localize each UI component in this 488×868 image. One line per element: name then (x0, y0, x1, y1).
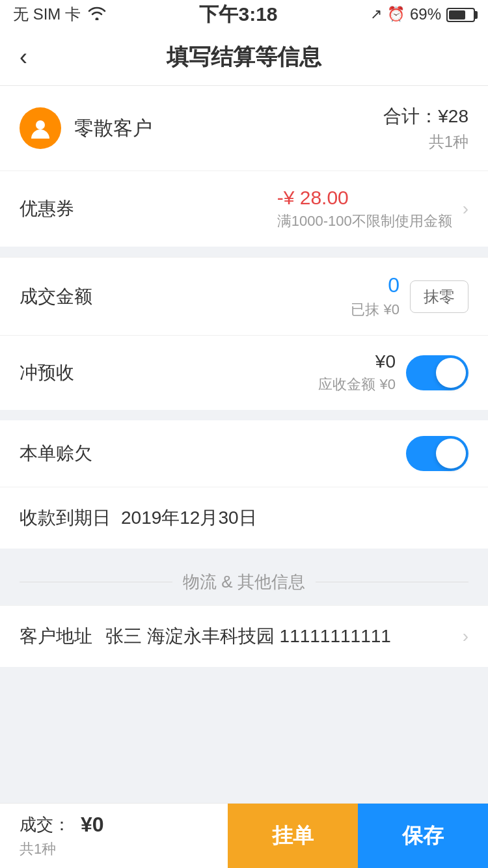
due-date-value: 2019年12月30日 (121, 506, 257, 530)
coupon-value-block: -¥ 28.00 满1000-100不限制使用金额 (277, 187, 452, 231)
page-title: 填写结算等信息 (167, 42, 321, 72)
bottom-info: 成交： ¥0 共1种 (0, 804, 228, 868)
coupon-row[interactable]: 优惠券 -¥ 28.00 满1000-100不限制使用金额 › (0, 170, 488, 247)
due-date-label: 收款到期日 (20, 506, 111, 530)
credit-label: 本单赊欠 (20, 441, 92, 466)
nav-bar: ‹ 填写结算等信息 (0, 29, 488, 86)
prepayment-toggle[interactable] (406, 355, 468, 390)
status-right: ↗ ⏰ 69% (370, 5, 475, 23)
battery-percent: 69% (410, 5, 441, 23)
deal-amount-rounded: 已抹 ¥0 (351, 300, 400, 319)
customer-count: 共1种 (383, 131, 468, 152)
credit-right (406, 436, 468, 471)
prepayment-receivable: 应收金额 ¥0 (318, 375, 396, 394)
coupon-chevron-icon: › (463, 198, 468, 219)
battery-icon (446, 5, 475, 23)
prepayment-row: 冲预收 ¥0 应收金额 ¥0 (0, 335, 488, 410)
status-time: 下午3:18 (199, 1, 277, 28)
coupon-right: -¥ 28.00 满1000-100不限制使用金额 › (277, 187, 468, 231)
no-sim-text: 无 SIM 卡 (13, 4, 81, 25)
coupon-condition: 满1000-100不限制使用金额 (277, 211, 452, 231)
alarm-icon: ⏰ (387, 6, 405, 23)
bottom-deal-row: 成交： ¥0 (20, 813, 208, 837)
coupon-label: 优惠券 (20, 197, 74, 221)
deal-amount-row: 成交金额 0 已抹 ¥0 抹零 (0, 257, 488, 335)
svg-point-0 (36, 120, 45, 129)
logistics-section-header: 物流 & 其他信息 (0, 559, 488, 605)
deal-amount-label: 成交金额 (20, 284, 92, 309)
deal-amount-value-block: 0 已抹 ¥0 (351, 273, 400, 319)
deal-amount-right: 0 已抹 ¥0 抹零 (351, 273, 468, 319)
main-content: 零散客户 合计：¥28 共1种 优惠券 -¥ 28.00 满1000-100不限… (0, 86, 488, 755)
rounding-button[interactable]: 抹零 (410, 280, 468, 313)
toggle-knob (436, 358, 466, 388)
address-row[interactable]: 客户地址 张三 海淀永丰科技园 11111111111 › (0, 605, 488, 667)
deal-amount-value: 0 (351, 273, 400, 297)
customer-total: 合计：¥28 (383, 104, 468, 129)
credit-card: 本单赊欠 收款到期日 2019年12月30日 (0, 420, 488, 549)
bottom-count: 共1种 (20, 839, 208, 859)
customer-left: 零散客户 (20, 107, 152, 149)
avatar (20, 107, 61, 149)
coupon-discount: -¥ 28.00 (277, 187, 452, 209)
transaction-card: 成交金额 0 已抹 ¥0 抹零 冲预收 ¥0 应收金额 ¥0 (0, 257, 488, 410)
customer-name: 零散客户 (74, 115, 152, 142)
bottom-bar: 成交： ¥0 共1种 挂单 保存 (0, 803, 488, 868)
customer-summary: 合计：¥28 共1种 (383, 104, 468, 152)
credit-row: 本单赊欠 (0, 420, 488, 487)
status-left: 无 SIM 卡 (13, 4, 107, 25)
bottom-deal-amount: ¥0 (81, 813, 104, 837)
wifi-icon (87, 5, 107, 25)
prepayment-label: 冲预收 (20, 360, 74, 385)
address-card[interactable]: 客户地址 张三 海淀永丰科技园 11111111111 › (0, 605, 488, 667)
bottom-deal-label: 成交： (20, 813, 70, 836)
prepayment-value-block: ¥0 应收金额 ¥0 (318, 351, 396, 394)
credit-toggle-knob (436, 439, 466, 468)
back-button[interactable]: ‹ (20, 44, 27, 71)
prepayment-right: ¥0 应收金额 ¥0 (318, 351, 468, 394)
address-value: 张三 海淀永丰科技园 11111111111 (105, 624, 450, 649)
status-bar: 无 SIM 卡 下午3:18 ↗ ⏰ 69% (0, 0, 488, 29)
address-chevron-icon: › (463, 626, 468, 647)
credit-toggle[interactable] (406, 436, 468, 471)
logistics-section-label: 物流 & 其他信息 (183, 571, 305, 593)
due-date-row: 收款到期日 2019年12月30日 (0, 487, 488, 549)
hang-button[interactable]: 挂单 (228, 804, 358, 868)
save-button[interactable]: 保存 (358, 804, 488, 868)
prepayment-amount: ¥0 (318, 351, 396, 372)
customer-card: 零散客户 合计：¥28 共1种 优惠券 -¥ 28.00 满1000-100不限… (0, 86, 488, 247)
address-label: 客户地址 (20, 624, 92, 649)
location-icon: ↗ (370, 6, 382, 23)
customer-row: 零散客户 合计：¥28 共1种 (0, 86, 488, 170)
